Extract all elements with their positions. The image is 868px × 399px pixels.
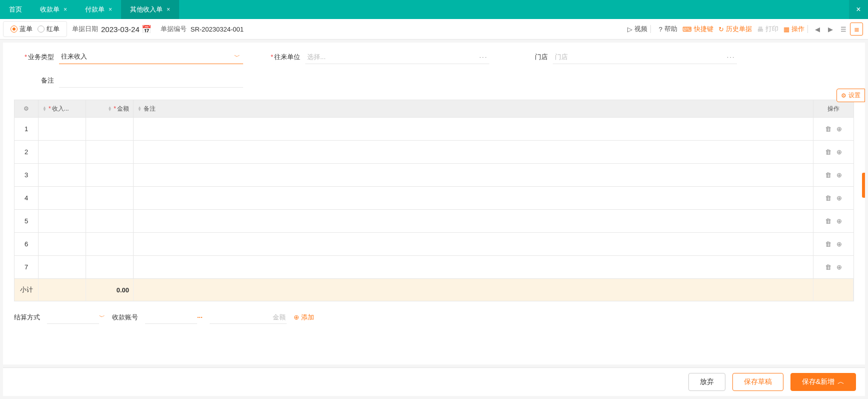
settle-account-label: 收款账号 [112, 313, 138, 322]
items-table: ⚙ ▲▼*收入... ▲▼*金额 ▲▼备注 操作 1🗑⊕2🗑⊕3🗑⊕4🗑⊕5🗑⊕… [14, 100, 854, 301]
remark-input[interactable] [59, 73, 243, 88]
cell-remark[interactable] [134, 118, 813, 140]
radio-red[interactable]: 红单 [36, 25, 62, 34]
cell-amount[interactable] [86, 233, 134, 255]
party-input[interactable] [305, 50, 489, 64]
chevron-up-icon: ︿ [837, 377, 844, 386]
cell-amount[interactable] [86, 210, 134, 232]
cell-income[interactable] [39, 118, 86, 140]
shortcut-link[interactable]: ⌨快捷键 [682, 25, 713, 34]
tab-home[interactable]: 首页 [0, 0, 31, 19]
billno-label: 单据编号 [161, 25, 187, 34]
delete-row-icon[interactable]: 🗑 [825, 217, 831, 225]
delete-row-icon[interactable]: 🗑 [825, 194, 831, 202]
add-row-icon[interactable]: ⊕ [836, 263, 842, 271]
cell-remark[interactable] [134, 164, 813, 186]
cell-amount[interactable] [86, 164, 134, 186]
close-icon[interactable]: × [109, 6, 112, 13]
cell-remark[interactable] [134, 141, 813, 163]
col-ops: 操作 [827, 105, 839, 113]
cell-remark[interactable] [134, 210, 813, 232]
close-icon[interactable]: × [64, 6, 67, 13]
add-row-icon[interactable]: ⊕ [836, 171, 842, 179]
field-store: 门店 ··· [508, 50, 735, 64]
add-row-icon[interactable]: ⊕ [836, 148, 842, 156]
nav-next-icon[interactable]: ▶ [824, 23, 837, 36]
cell-income[interactable] [39, 233, 86, 255]
add-row-icon[interactable]: ⊕ [836, 240, 842, 248]
save-draft-button[interactable]: 保存草稿 [732, 373, 783, 391]
row-index: 4 [15, 187, 39, 209]
field-remark: 备注 [14, 73, 243, 88]
table-row[interactable]: 7🗑⊕ [15, 256, 853, 279]
bill-kind-radio: 蓝单 红单 [3, 21, 67, 37]
settle-method-input[interactable] [47, 310, 99, 324]
add-settlement[interactable]: ⊕添加 [294, 313, 314, 322]
delete-row-icon[interactable]: 🗑 [825, 148, 831, 156]
add-row-icon[interactable]: ⊕ [836, 217, 842, 225]
gear-icon[interactable]: ⚙ [24, 105, 29, 112]
cell-remark[interactable] [134, 256, 813, 278]
sort-icon[interactable]: ▲▼ [138, 106, 142, 111]
cell-amount[interactable] [86, 141, 134, 163]
sort-icon[interactable]: ▲▼ [43, 106, 47, 111]
store-input[interactable] [553, 50, 737, 64]
table-row[interactable]: 6🗑⊕ [15, 233, 853, 256]
cell-income[interactable] [39, 164, 86, 186]
cell-amount[interactable] [86, 187, 134, 209]
subtotal-label: 小计 [15, 279, 39, 301]
cell-amount[interactable] [86, 256, 134, 278]
add-row-icon[interactable]: ⊕ [836, 194, 842, 202]
settle-account-input[interactable] [145, 310, 197, 324]
discard-button[interactable]: 放弃 [688, 373, 725, 391]
biz-type-input[interactable] [59, 50, 243, 64]
keyboard-icon: ⌨ [682, 26, 692, 33]
cell-remark[interactable] [134, 233, 813, 255]
form-area: *业务类型 ﹀ *往来单位 ··· 门店 ··· 备注 [3, 43, 865, 100]
more-icon[interactable]: ··· [197, 313, 203, 321]
cell-amount[interactable] [86, 118, 134, 140]
table-row[interactable]: 1🗑⊕ [15, 118, 853, 141]
table-row[interactable]: 5🗑⊕ [15, 210, 853, 233]
date-value[interactable]: 2023-03-24 [101, 25, 140, 34]
more-icon[interactable]: ··· [479, 53, 488, 61]
calendar-icon[interactable]: 📅 [142, 25, 152, 34]
cell-income[interactable] [39, 141, 86, 163]
video-link[interactable]: ▷视频 [627, 25, 647, 34]
help-link[interactable]: ?帮助 [659, 25, 677, 34]
tab-payment[interactable]: 付款单× [76, 0, 121, 19]
sort-icon[interactable]: ▲▼ [108, 106, 112, 111]
delete-row-icon[interactable]: 🗑 [825, 263, 831, 271]
plus-icon: ⊕ [294, 313, 299, 321]
history-link[interactable]: ↻历史单据 [718, 25, 752, 34]
close-icon[interactable]: × [167, 6, 170, 13]
content-card: ⚙设置 *业务类型 ﹀ *往来单位 ··· 门店 ··· [3, 43, 865, 364]
settle-amount-input[interactable] [210, 310, 287, 324]
table-row[interactable]: 2🗑⊕ [15, 141, 853, 164]
cell-income[interactable] [39, 210, 86, 232]
radio-blue[interactable]: 蓝单 [9, 25, 35, 34]
table-row[interactable]: 3🗑⊕ [15, 164, 853, 187]
nav-prev-icon[interactable]: ◀ [811, 23, 824, 36]
history-icon: ↻ [718, 26, 724, 33]
field-party: *往来单位 ··· [260, 50, 488, 64]
more-icon[interactable]: ··· [727, 53, 735, 61]
cell-income[interactable] [39, 256, 86, 278]
layout-list-icon[interactable]: ≣ [850, 23, 863, 36]
delete-row-icon[interactable]: 🗑 [825, 240, 831, 248]
field-biz-type: *业务类型 ﹀ [14, 50, 240, 64]
cell-remark[interactable] [134, 187, 813, 209]
delete-row-icon[interactable]: 🗑 [825, 125, 831, 133]
table-row[interactable]: 4🗑⊕ [15, 187, 853, 210]
add-row-icon[interactable]: ⊕ [836, 125, 842, 133]
layout-compact-icon[interactable]: ☰ [837, 23, 850, 36]
tab-receipt[interactable]: 收款单× [31, 0, 76, 19]
billno-value: SR-20230324-001 [191, 26, 244, 33]
cell-income[interactable] [39, 187, 86, 209]
chevron-down-icon[interactable]: ﹀ [99, 313, 105, 321]
save-new-button[interactable]: 保存&新增︿ [790, 373, 856, 391]
delete-row-icon[interactable]: 🗑 [825, 171, 831, 179]
tab-other-income[interactable]: 其他收入单× [121, 0, 179, 19]
operate-link[interactable]: ▦操作 [783, 25, 804, 34]
close-all-icon[interactable]: × [849, 0, 868, 19]
